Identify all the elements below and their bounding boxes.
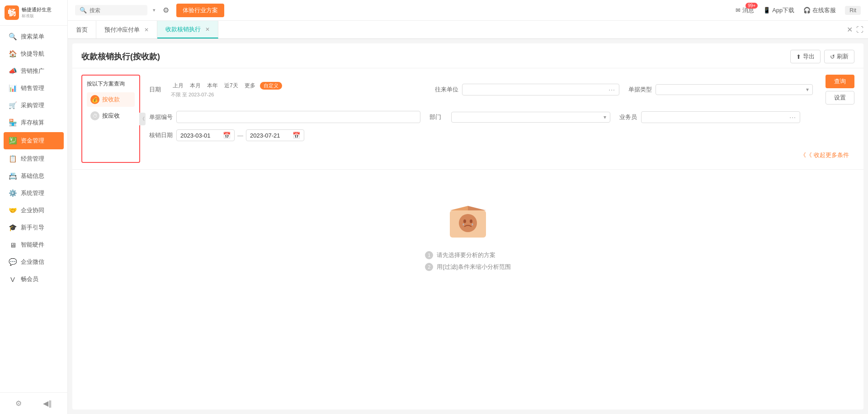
date-btn-this-year[interactable]: 本年 <box>205 81 220 90</box>
filter-option-receipt[interactable]: 💰 按收款 <box>87 92 135 107</box>
sidebar-item-marketing[interactable]: 📣 营销推广 <box>0 62 67 80</box>
sidebar-item-inventory[interactable]: 🏪 库存核算 <box>0 114 67 131</box>
collapse-more-button[interactable]: 《《 收起更多条件 <box>795 149 854 161</box>
sidebar-item-system[interactable]: ⚙️ 系统管理 <box>0 185 67 202</box>
sidebar-item-funds[interactable]: 💹 资金管理 <box>4 132 64 149</box>
funds-icon: 💹 <box>8 137 17 145</box>
sidebar-item-wechat[interactable]: 💬 企业微信 <box>0 253 67 271</box>
prepay-tab-label: 预付冲应付单 <box>104 26 140 34</box>
page-header: 收款核销执行(按收款) ⬆ 导出 ↺ 刷新 <box>72 43 863 68</box>
collapse-more-section: 《《 收起更多条件 <box>149 148 854 163</box>
writeoff-date-end-input[interactable] <box>250 132 291 139</box>
date-btn-last-month[interactable]: 上月 <box>171 81 185 90</box>
collapse-sidebar-btn[interactable]: ◀‖ <box>41 397 54 409</box>
date-custom-badge[interactable]: 自定义 <box>260 82 282 90</box>
search-icon: 🔍 <box>8 33 17 41</box>
sidebar-label-member: 畅会员 <box>21 275 38 283</box>
expand-tab-icon[interactable]: ⛶ <box>856 26 863 34</box>
sidebar: 畅 畅捷通好生意 标准版 🔍 搜索菜单 🏠 快捷导航 📣 营销推广 📊 销售管理… <box>0 0 68 414</box>
sidebar-item-quicknav[interactable]: 🏠 快捷导航 <box>0 45 67 62</box>
counterpart-filter-label: 往来单位 <box>435 86 458 94</box>
export-button[interactable]: ⬆ 导出 <box>790 50 821 63</box>
calendar-start-icon[interactable]: 📅 <box>223 132 231 139</box>
salesperson-dots-icon: ··· <box>789 114 796 121</box>
dept-filter-label: 部门 <box>429 113 448 121</box>
sidebar-item-sales[interactable]: 📊 销售管理 <box>0 80 67 97</box>
sidebar-label-business: 经营管理 <box>21 155 44 163</box>
export-icon: ⬆ <box>796 53 801 60</box>
member-icon: V <box>8 276 17 283</box>
writeoff-date-end-wrap[interactable]: 📅 <box>246 129 304 141</box>
service-label: 在线客服 <box>812 6 836 14</box>
date-note: 不限 至 2023-07-26 <box>171 91 426 98</box>
sidebar-label-purchase: 采购管理 <box>21 101 44 109</box>
query-button[interactable]: 查询 <box>826 75 854 88</box>
date-btn-7days[interactable]: 近7天 <box>222 81 240 90</box>
tab-receipt[interactable]: 收款核销执行 ✕ <box>157 21 218 38</box>
filter-sidebar-collapse-btn[interactable]: 《 <box>139 113 146 125</box>
settings-bottom-icon[interactable]: ⚙ <box>14 397 24 409</box>
receipt-filter-label: 按收款 <box>102 95 120 104</box>
salesperson-filter-label: 业务员 <box>619 113 637 121</box>
counterpart-select[interactable]: ··· <box>462 84 619 95</box>
empty-hint-2: 2 用[过滤]条件来缩小分析范围 <box>425 263 510 271</box>
topbar-search-box[interactable]: 🔍 <box>75 5 147 15</box>
sidebar-item-business[interactable]: 📋 经营管理 <box>0 150 67 167</box>
empty-svg <box>441 197 495 242</box>
settings-button[interactable]: 设置 <box>826 91 854 105</box>
receipt-tab-close-icon[interactable]: ✕ <box>205 26 210 33</box>
filter-option-receivable[interactable]: ⏱ 按应收 <box>87 109 135 123</box>
writeoff-date-start-wrap[interactable]: 📅 <box>176 129 235 141</box>
sidebar-item-hardware[interactable]: 🖥 智能硬件 <box>0 236 67 253</box>
receivable-filter-icon: ⏱ <box>90 111 99 120</box>
date-btn-this-month[interactable]: 本月 <box>188 81 203 90</box>
hint-text-2: 用[过滤]条件来缩小分析范围 <box>437 263 510 271</box>
topbar-right: ✉ 消息 99+ 📱 App下载 🎧 在线客服 Rit <box>736 6 861 15</box>
date-filter-label: 日期 <box>149 86 167 94</box>
wechat-icon: 💬 <box>8 258 17 266</box>
sidebar-item-member[interactable]: V 畅会员 <box>0 271 67 288</box>
user-account-button[interactable]: Rit <box>845 6 861 15</box>
dropdown-arrow-icon[interactable]: ▾ <box>153 7 156 13</box>
tab-prepay[interactable]: 预付冲应付单 ✕ <box>96 21 157 38</box>
tabbar-actions: ✕ ⛶ <box>847 25 868 34</box>
sidebar-item-enterprise[interactable]: 🤝 企业协同 <box>0 202 67 219</box>
app-download-button[interactable]: 📱 App下载 <box>763 6 794 14</box>
solution-button[interactable]: 体验行业方案 <box>176 4 224 17</box>
sidebar-label-marketing: 营销推广 <box>21 67 44 75</box>
date-btn-more[interactable]: 更多 <box>243 81 257 90</box>
refresh-button[interactable]: ↺ 刷新 <box>824 50 854 63</box>
sidebar-item-search[interactable]: 🔍 搜索菜单 <box>0 28 67 45</box>
sidebar-label-funds: 资金管理 <box>21 137 44 145</box>
counterpart-filter-field: 往来单位 ··· <box>435 84 619 95</box>
dept-select[interactable]: ▾ <box>451 112 610 123</box>
doc-type-select[interactable]: ▾ <box>656 84 813 95</box>
close-all-tabs-icon[interactable]: ✕ <box>847 25 853 34</box>
home-tab-label: 首页 <box>76 26 88 34</box>
salesperson-select[interactable]: ··· <box>641 111 800 123</box>
sidebar-item-basic[interactable]: 📇 基础信息 <box>0 167 67 185</box>
online-service-button[interactable]: 🎧 在线客服 <box>803 6 836 14</box>
search-input[interactable] <box>90 7 135 14</box>
counterpart-dots-icon: ··· <box>609 86 615 93</box>
message-button[interactable]: ✉ 消息 99+ <box>736 6 754 14</box>
guide-icon: 🎓 <box>8 224 17 232</box>
sidebar-item-guide[interactable]: 🎓 新手引导 <box>0 219 67 236</box>
calendar-end-icon[interactable]: 📅 <box>292 132 300 139</box>
tab-home[interactable]: 首页 <box>68 21 96 38</box>
dept-filter-field: 部门 ▾ <box>429 112 610 123</box>
system-icon: ⚙️ <box>8 189 17 197</box>
megaphone-icon: 📣 <box>8 67 17 75</box>
collapse-more-icon: 《《 <box>800 151 812 159</box>
writeoff-date-start-input[interactable] <box>180 132 221 139</box>
app-name: 畅捷通好生意 <box>22 6 52 13</box>
doc-no-input[interactable] <box>176 111 420 123</box>
message-badge: 99+ <box>745 3 758 9</box>
dept-dropdown-icon: ▾ <box>604 114 606 120</box>
sidebar-item-purchase[interactable]: 🛒 采购管理 <box>0 97 67 114</box>
sidebar-label-wechat: 企业微信 <box>21 258 44 266</box>
sidebar-bottom: ⚙ ◀‖ <box>0 392 67 414</box>
prepay-tab-close-icon[interactable]: ✕ <box>144 27 149 33</box>
gear-icon-topbar[interactable]: ⚙ <box>163 6 169 14</box>
writeoff-date-filter-field: 核销日期 📅 — 📅 <box>149 129 425 141</box>
